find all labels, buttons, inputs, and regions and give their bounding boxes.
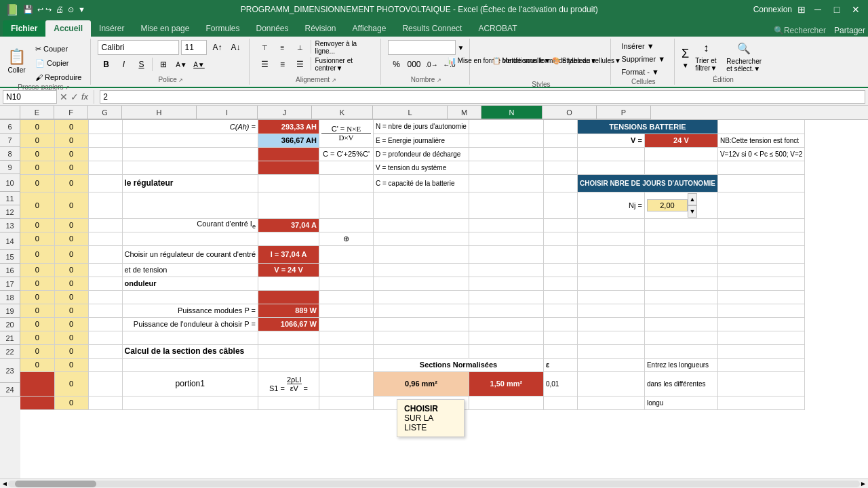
cell-h17[interactable]	[122, 290, 258, 304]
cell-h23[interactable]: portion1	[122, 371, 258, 396]
col-header-k[interactable]: K	[312, 106, 373, 119]
cell-l9[interactable]	[469, 161, 543, 174]
tab-revision[interactable]: Révision	[297, 20, 344, 37]
cell-f10[interactable]: 0	[54, 174, 88, 192]
cell-k20[interactable]	[374, 331, 469, 344]
cell-p6[interactable]	[717, 120, 804, 134]
cell-h18[interactable]: Puissance modules P =	[122, 304, 258, 317]
cell-j9[interactable]	[319, 161, 374, 174]
cell-m23[interactable]: 0,01	[543, 371, 577, 396]
cell-h16[interactable]: onduleur	[122, 277, 258, 290]
cell-j14[interactable]	[319, 245, 374, 263]
font-size-down-button[interactable]: A↓	[227, 40, 243, 55]
cell-n23[interactable]	[577, 371, 644, 396]
cell-l11[interactable]	[469, 192, 543, 218]
cell-j10[interactable]	[319, 174, 374, 192]
cell-o13[interactable]	[644, 232, 717, 245]
scroll-left-button[interactable]: ◄	[1, 480, 8, 487]
cell-k17[interactable]	[374, 290, 469, 304]
cell-i6[interactable]: 293,33 AH	[258, 120, 319, 134]
cell-o19[interactable]	[644, 317, 717, 331]
row-7[interactable]: 7	[0, 134, 20, 147]
cell-i22[interactable]	[258, 358, 319, 371]
cell-k9[interactable]: V = tension du système	[374, 161, 469, 174]
cell-j13[interactable]: ⊕	[319, 232, 374, 245]
cell-f6[interactable]: 0	[54, 120, 88, 134]
cell-n12[interactable]	[577, 218, 644, 232]
cell-j18[interactable]	[319, 304, 374, 317]
cell-p23[interactable]	[717, 371, 804, 396]
cell-p21[interactable]	[717, 344, 804, 358]
italic-button[interactable]: I	[115, 57, 132, 72]
cell-m16[interactable]	[543, 277, 577, 290]
cell-g6[interactable]	[88, 120, 122, 134]
cell-f18[interactable]: 0	[54, 304, 88, 317]
cell-h9[interactable]	[122, 161, 258, 174]
col-header-f[interactable]: F	[54, 106, 88, 119]
tab-results-connect[interactable]: Results Connect	[394, 20, 470, 37]
minimize-button[interactable]: ─	[811, 3, 825, 16]
cell-o9[interactable]	[644, 161, 717, 174]
cell-i17[interactable]	[258, 290, 319, 304]
cell-o22[interactable]: Entrez les longueurs	[644, 358, 717, 371]
cell-g15[interactable]	[88, 263, 122, 277]
cell-n11[interactable]: Nj =	[577, 192, 644, 218]
cell-o11[interactable]: ▲ ▼	[644, 192, 717, 218]
cell-e22[interactable]: 0	[20, 358, 54, 371]
cell-n10[interactable]: CHOISIR NBRE DE JOURS D'AUTONOMIE	[577, 174, 717, 192]
cell-p13[interactable]	[717, 232, 804, 245]
cell-e13[interactable]: 0	[20, 232, 54, 245]
cell-h19[interactable]: Puissance de l'onduleur à choisir P =	[122, 317, 258, 331]
cell-e14[interactable]: 0	[20, 245, 54, 263]
row-22[interactable]: 22	[0, 345, 20, 359]
cell-f12[interactable]: 0	[54, 218, 88, 232]
cell-k6[interactable]: N = nbre de jours d'autonomie	[374, 120, 469, 134]
col-header-p[interactable]: P	[597, 106, 651, 119]
partager-button[interactable]: Partager	[834, 26, 865, 37]
cell-i18[interactable]: 889 W	[258, 304, 319, 317]
cell-e21[interactable]: 0	[20, 344, 54, 358]
cell-e23[interactable]	[20, 371, 54, 396]
cell-f23[interactable]: 0	[54, 371, 88, 396]
align-top-button[interactable]: ⊤	[256, 40, 273, 55]
cell-p24[interactable]	[717, 396, 804, 409]
cell-n19[interactable]	[577, 317, 644, 331]
cell-j15[interactable]	[319, 263, 374, 277]
cell-i21[interactable]	[258, 344, 319, 358]
col-header-m[interactable]: M	[448, 106, 481, 119]
cell-k8[interactable]: D = profondeur de décharge	[374, 147, 469, 161]
cell-i23[interactable]: S1 = 2ρLI εV =	[258, 371, 319, 396]
cell-g22[interactable]	[88, 358, 122, 371]
cell-f21[interactable]: 0	[54, 344, 88, 358]
cell-h7[interactable]	[122, 134, 258, 147]
cell-g9[interactable]	[88, 161, 122, 174]
cell-m17[interactable]	[543, 290, 577, 304]
row-14[interactable]: 14	[0, 232, 20, 250]
cell-l7[interactable]	[469, 134, 543, 147]
cell-l16[interactable]	[469, 277, 543, 290]
format-button[interactable]: Format - ▼	[618, 66, 669, 78]
cell-o24[interactable]: longu	[644, 396, 717, 409]
cell-m21[interactable]	[543, 344, 577, 358]
cell-m15[interactable]	[543, 263, 577, 277]
close-button[interactable]: ✕	[849, 3, 863, 16]
coller-button[interactable]: 📋 Coller	[3, 39, 31, 83]
cell-e11[interactable]: 0	[20, 192, 54, 218]
cell-k18[interactable]	[374, 304, 469, 317]
cell-p20[interactable]	[717, 331, 804, 344]
cell-p10[interactable]	[717, 174, 804, 192]
cell-l20[interactable]	[469, 331, 543, 344]
cell-l18[interactable]	[469, 304, 543, 317]
cell-h8[interactable]	[122, 147, 258, 161]
cell-e18[interactable]: 0	[20, 304, 54, 317]
borders-button[interactable]: ⊞	[155, 57, 172, 72]
row-6[interactable]: 6	[0, 120, 20, 134]
cell-h20[interactable]	[122, 331, 258, 344]
tab-acrobat[interactable]: ACROBAT	[470, 20, 525, 37]
cell-n18[interactable]	[577, 304, 644, 317]
maximize-button[interactable]: □	[830, 3, 844, 16]
cell-n9[interactable]	[577, 161, 644, 174]
cell-p14[interactable]	[717, 245, 804, 263]
thousands-button[interactable]: 000	[406, 57, 422, 72]
cell-o12[interactable]	[644, 218, 717, 232]
